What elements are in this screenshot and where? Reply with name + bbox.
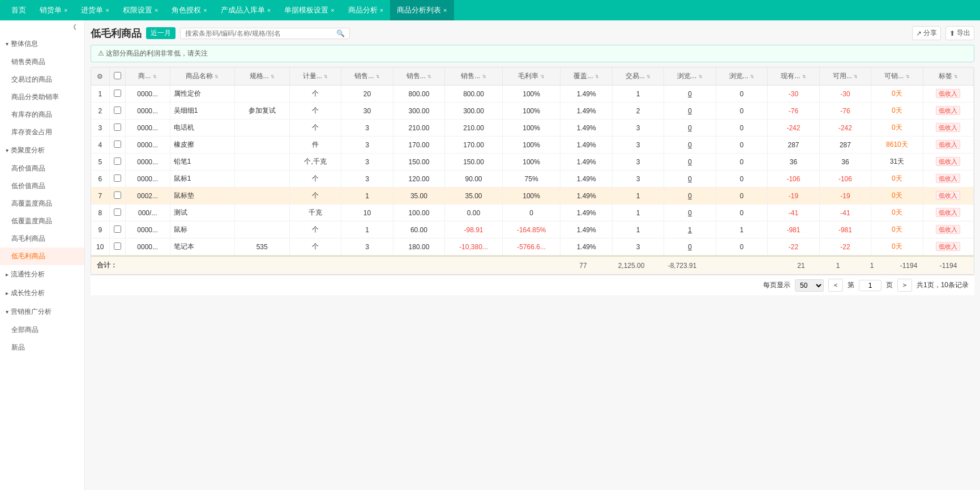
nav-product-entry[interactable]: 产成品入库单× bbox=[214, 0, 277, 20]
cell-browse1[interactable]: 0 bbox=[664, 120, 716, 137]
row-checkbox[interactable] bbox=[114, 174, 121, 182]
close-icon[interactable]: × bbox=[105, 7, 109, 14]
row-checkbox[interactable] bbox=[114, 106, 121, 114]
sidebar-collapse-button[interactable]: 《 bbox=[65, 21, 81, 33]
row-checkbox[interactable] bbox=[114, 242, 121, 250]
cell-browse1[interactable]: 0 bbox=[664, 86, 716, 103]
row-checkbox[interactable] bbox=[114, 140, 121, 148]
cell-checkbox[interactable] bbox=[109, 204, 125, 221]
export-button[interactable]: ⬆ 导出 bbox=[945, 26, 974, 40]
row-checkbox[interactable] bbox=[114, 90, 121, 97]
sidebar-item-stock-products[interactable]: 有库存的商品 bbox=[0, 106, 84, 123]
cell-browse1[interactable]: 0 bbox=[664, 137, 716, 154]
page-size-select[interactable]: 50 100 200 bbox=[795, 279, 824, 292]
nav-sales[interactable]: 销货单× bbox=[33, 0, 74, 20]
cell-spec bbox=[234, 221, 289, 238]
close-icon[interactable]: × bbox=[380, 7, 383, 14]
col-gross-margin[interactable]: 毛利率 ⇅ bbox=[502, 67, 560, 86]
col-transaction[interactable]: 交易... ⇅ bbox=[612, 67, 664, 86]
cell-checkbox[interactable] bbox=[109, 120, 125, 137]
sidebar-item-low-margin[interactable]: 低毛利商品 bbox=[0, 248, 84, 265]
sidebar-item-high-value[interactable]: 高价值商品 bbox=[0, 160, 84, 177]
search-input[interactable] bbox=[185, 29, 336, 37]
sidebar-item-new-products[interactable]: 新品 bbox=[0, 339, 84, 356]
col-available[interactable]: 可用... ⇅ bbox=[819, 67, 871, 86]
col-name[interactable]: 商品名称 ⇅ bbox=[170, 67, 234, 86]
close-icon[interactable]: × bbox=[331, 7, 334, 14]
nav-permission[interactable]: 权限设置× bbox=[116, 0, 165, 20]
row-checkbox[interactable] bbox=[114, 225, 121, 233]
col-settings[interactable]: ⚙ bbox=[91, 67, 109, 86]
col-sales-qty[interactable]: 销售... ⇅ bbox=[341, 67, 393, 86]
sidebar-group-growth[interactable]: ▸ 成长性分析 bbox=[0, 284, 84, 302]
next-page-button[interactable]: ＞ bbox=[897, 279, 912, 292]
col-browse1[interactable]: 浏览... ⇅ bbox=[664, 67, 716, 86]
row-checkbox[interactable] bbox=[114, 123, 121, 131]
col-coverage[interactable]: 覆盖... ⇅ bbox=[560, 67, 612, 86]
sidebar-item-high-margin[interactable]: 高毛利商品 bbox=[0, 230, 84, 248]
cell-browse1[interactable]: 0 bbox=[664, 238, 716, 255]
sidebar-item-sales-products[interactable]: 销售类商品 bbox=[0, 53, 84, 71]
nav-template[interactable]: 单据模板设置× bbox=[277, 0, 341, 20]
sidebar-group-marketing[interactable]: ▾ 营销推广分析 bbox=[0, 302, 84, 321]
cell-checkbox[interactable] bbox=[109, 103, 125, 120]
col-unit[interactable]: 计量... ⇅ bbox=[289, 67, 341, 86]
sidebar-item-traded-products[interactable]: 交易过的商品 bbox=[0, 71, 84, 88]
close-icon[interactable]: × bbox=[203, 7, 207, 14]
nav-product-analysis[interactable]: 商品分析× bbox=[341, 0, 390, 20]
select-all-checkbox[interactable] bbox=[114, 72, 121, 79]
col-spec[interactable]: 规格... ⇅ bbox=[234, 67, 289, 86]
share-button[interactable]: ↗ 分享 bbox=[912, 26, 941, 40]
cell-browse1[interactable]: 1 bbox=[664, 221, 716, 238]
search-icon[interactable]: 🔍 bbox=[336, 29, 345, 37]
period-button[interactable]: 近一月 bbox=[146, 27, 176, 39]
sidebar-item-category-rate[interactable]: 商品分类助销率 bbox=[0, 88, 84, 106]
row-checkbox[interactable] bbox=[114, 208, 121, 216]
row-checkbox[interactable] bbox=[114, 157, 121, 165]
col-current-stock[interactable]: 现有... ⇅ bbox=[768, 67, 819, 86]
cell-unit: 千克 bbox=[289, 204, 341, 221]
sidebar-item-stock-capital[interactable]: 库存资金占用 bbox=[0, 123, 84, 141]
col-tag[interactable]: 标签 ⇅ bbox=[923, 67, 973, 86]
sidebar-item-high-coverage[interactable]: 高覆盖度商品 bbox=[0, 195, 84, 212]
col-sales-price[interactable]: 销售... ⇅ bbox=[393, 67, 444, 86]
sidebar-group-overall[interactable]: ▾ 整体信息 bbox=[0, 35, 84, 53]
cell-checkbox[interactable] bbox=[109, 154, 125, 171]
nav-home[interactable]: 首页 bbox=[5, 0, 33, 20]
cell-coverage: 1.49% bbox=[560, 221, 612, 238]
cell-browse1[interactable]: 0 bbox=[664, 204, 716, 221]
col-code[interactable]: 商... ⇅ bbox=[125, 67, 170, 86]
cell-sellable: 0天 bbox=[871, 188, 923, 204]
col-checkbox[interactable] bbox=[109, 67, 125, 86]
cell-code: 000/... bbox=[125, 204, 170, 221]
close-icon[interactable]: × bbox=[155, 7, 158, 14]
sidebar-group-circulation[interactable]: ▸ 流通性分析 bbox=[0, 265, 84, 284]
sidebar-group-cluster[interactable]: ▾ 类聚度分析 bbox=[0, 141, 84, 160]
close-icon[interactable]: × bbox=[267, 7, 271, 14]
close-icon[interactable]: × bbox=[64, 7, 67, 14]
sidebar-item-low-coverage[interactable]: 低覆盖度商品 bbox=[0, 212, 84, 230]
prev-page-button[interactable]: ＜ bbox=[828, 279, 843, 292]
cell-available: 36 bbox=[819, 154, 871, 171]
row-checkbox[interactable] bbox=[114, 191, 121, 199]
col-browse2[interactable]: 浏览... ⇅ bbox=[716, 67, 767, 86]
nav-purchase[interactable]: 进货单× bbox=[74, 0, 115, 20]
cell-browse1[interactable]: 0 bbox=[664, 103, 716, 120]
cell-browse1[interactable]: 0 bbox=[664, 154, 716, 171]
cell-checkbox[interactable] bbox=[109, 238, 125, 255]
sidebar-item-all-products[interactable]: 全部商品 bbox=[0, 321, 84, 339]
col-sales-amount[interactable]: 销售... ⇅ bbox=[445, 67, 503, 86]
cell-browse1[interactable]: 0 bbox=[664, 171, 716, 188]
sidebar-item-low-value[interactable]: 低价值商品 bbox=[0, 177, 84, 195]
col-sellable[interactable]: 可销... ⇅ bbox=[871, 67, 923, 86]
cell-browse1[interactable]: 0 bbox=[664, 188, 716, 204]
cell-checkbox[interactable] bbox=[109, 221, 125, 238]
cell-checkbox[interactable] bbox=[109, 86, 125, 103]
nav-role[interactable]: 角色授权× bbox=[165, 0, 213, 20]
cell-checkbox[interactable] bbox=[109, 188, 125, 204]
cell-checkbox[interactable] bbox=[109, 137, 125, 154]
page-number-input[interactable] bbox=[859, 280, 881, 291]
close-icon[interactable]: × bbox=[443, 7, 447, 14]
nav-product-analysis-list[interactable]: 商品分析列表× bbox=[390, 0, 453, 20]
cell-checkbox[interactable] bbox=[109, 171, 125, 188]
